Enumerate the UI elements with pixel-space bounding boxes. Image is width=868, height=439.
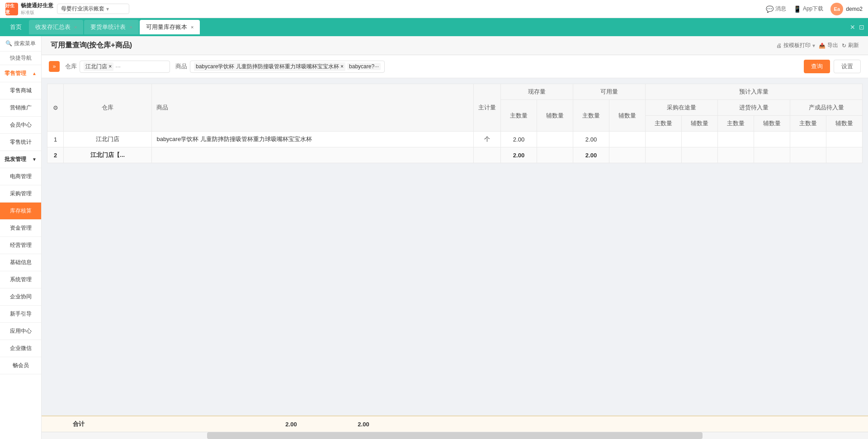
sidebar-item-enterprise-label: 企业协同 [10,293,32,301]
row2-incoming-pending-main [718,147,754,163]
warehouse-filter-label: 仓库 [65,62,77,71]
horizontal-scrollbar[interactable] [42,432,868,439]
sidebar-item-enterprise-wechat[interactable]: 企业微信 [0,340,41,357]
row2-purchase-transit-aux [682,147,718,163]
tab-available-label: 可用量库存账本 [146,23,187,31]
close-window-icon[interactable]: ✕ [850,24,855,31]
sidebar-item-wholesale-mgmt[interactable]: 批发管理 ▼ [0,151,41,168]
logo-icon: 好生意 [5,3,18,15]
tab-order-stats[interactable]: 要货单统计表 × [84,20,138,34]
row1-unit: 个 [474,132,501,147]
row1-production-pending-aux [826,132,863,147]
th-main-unit: 主计量 [474,84,501,132]
th-incoming-pending-aux: 辅数量 [754,116,790,132]
app-download-label: App下载 [803,5,823,13]
th-purchase-transit: 采购在途量 [646,100,718,116]
main-layout: 🔍 搜索菜单 快捷导航 零售管理 ▲ 零售商城 营销推广 会员中心 零售统计 批… [0,36,868,439]
sidebar-search[interactable]: 🔍 搜索菜单 [0,36,41,52]
avatar: Ea [830,3,843,15]
app-download-btn[interactable]: 📱 App下载 [793,5,823,13]
tab-home[interactable]: 首页 [4,20,28,34]
sidebar-item-member[interactable]: 畅会员 [0,357,41,374]
warehouse-filter-tags[interactable]: 江北门店 × ··· [80,61,170,73]
tab-home-label: 首页 [10,23,22,31]
sidebar-item-finance-label: 资金管理 [10,224,32,232]
th-available-aux: 辅数量 [609,100,646,132]
query-btn[interactable]: 查询 [804,60,830,73]
filter-actions: 查询 设置 [804,60,861,73]
row1-goods: babycare学饮杯 儿童防摔防撞吸管杯重力球吸嘴杯宝宝水杯 [152,132,474,147]
sidebar-item-operation-mgmt[interactable]: 经营管理 [0,237,41,254]
setting-btn[interactable]: 设置 [834,60,861,73]
sidebar-item-basic-info[interactable]: 基础信息 [0,254,41,271]
sidebar-item-new-guide[interactable]: 新手引导 [0,306,41,323]
goods-filter-group: 商品 babycare学饮杯 儿童防摔防撞吸管杯重力球吸嘴杯宝宝水杯 × bab… [175,61,385,73]
sidebar-item-retail-mgmt[interactable]: 零售管理 ▲ [0,65,41,82]
message-btn[interactable]: 💬 消息 [766,5,786,13]
tab-receivable-summary[interactable]: 收发存汇总表 × [29,20,83,34]
tab-receivable-close[interactable]: × [74,24,77,30]
sidebar-item-purchase-mgmt[interactable]: 采购管理 [0,185,41,203]
goods-filter-tags[interactable]: babycare学饮杯 儿童防摔防撞吸管杯重力球吸嘴杯宝宝水杯 × babyca… [190,61,385,73]
sidebar-item-app-center[interactable]: 应用中心 [0,323,41,340]
tab-order-label: 要货单统计表 [90,23,126,31]
quick-nav-label: 快捷导航 [10,55,32,61]
sidebar-item-retail-mgmt-label: 零售管理 [5,70,26,77]
th-purchase-transit-main: 主数量 [646,116,682,132]
chevron-down-icon: ▾ [106,6,109,12]
sidebar-item-ecommerce-mgmt[interactable]: 电商管理 [0,168,41,185]
warehouse-more-dots[interactable]: ··· [115,63,121,70]
logo-area: 好生意 畅捷通好生意 标准版 [5,2,53,16]
sidebar-item-retail-stats[interactable]: 零售统计 [0,134,41,151]
gear-icon[interactable] [53,104,58,111]
sidebar-item-retail-stats-label: 零售统计 [10,138,32,146]
maximize-window-icon[interactable]: ⊡ [859,24,864,31]
goods-filter-label: 商品 [175,62,187,71]
th-settings [47,84,64,132]
window-controls: ✕ ⊡ [850,24,864,31]
sidebar-item-inventory-mgmt[interactable]: 库存核算 [0,203,41,220]
sidebar-item-finance-mgmt[interactable]: 资金管理 [0,220,41,237]
top-bar-left: 好生意 畅捷通好生意 标准版 母婴行业演示账套 ▾ [5,2,129,16]
chevron-down-icon-print: ▾ [812,42,815,49]
th-incoming-pending-main: 主数量 [718,116,754,132]
top-bar: 好生意 畅捷通好生意 标准版 母婴行业演示账套 ▾ 💬 消息 📱 App下载 E… [0,0,868,18]
row1-num: 1 [47,132,64,147]
sidebar-item-member-center-label: 会员中心 [10,121,32,129]
goods-tag-babycare2: babycare?··· [347,63,381,70]
user-area[interactable]: Ea demo2 [830,3,863,15]
sidebar-item-system-mgmt[interactable]: 系统管理 [0,271,41,288]
sidebar-item-enterprise-collab[interactable]: 企业协同 [0,288,41,306]
top-bar-right: 💬 消息 📱 App下载 Ea demo2 [766,3,863,15]
export-icon: 📤 [819,42,826,49]
th-production-pending-aux: 辅数量 [826,116,863,132]
warehouse-tag-text: 江北门店 × [85,63,112,71]
export-btn[interactable]: 📤 导出 [819,42,838,49]
sidebar-item-system-label: 系统管理 [10,276,32,283]
warehouse-filter-group: 仓库 江北门店 × ··· [65,61,170,73]
tab-order-close[interactable]: × [129,24,132,30]
tab-available-close[interactable]: × [191,24,193,30]
row2-goods [152,147,474,163]
sidebar-item-member-label: 畅会员 [13,362,29,369]
footer-available-main: 2.00 [345,421,382,428]
sidebar-item-marketing[interactable]: 营销推广 [0,99,41,117]
filter-bar: » 仓库 江北门店 × ··· 商品 babycare学饮杯 儿童防摔防撞吸管杯… [42,55,868,78]
refresh-btn[interactable]: ↻ 刷新 [842,42,859,49]
sidebar-item-retail-mall[interactable]: 零售商城 [0,82,41,99]
warehouse-tag-jianghei: 江北门店 × [84,62,113,71]
tab-available-inventory[interactable]: 可用量库存账本 × [140,20,200,34]
filter-expand-btn[interactable]: » [49,61,60,72]
footer-stock-main: 2.00 [273,421,309,428]
row2-stock-main: 2.00 [501,147,537,163]
table-row: 1 江北门店 babycare学饮杯 儿童防摔防撞吸管杯重力球吸嘴杯宝宝水杯 个… [47,132,863,147]
sidebar-item-member-center[interactable]: 会员中心 [0,117,41,134]
th-current-stock: 现存量 [501,84,573,100]
industry-selector[interactable]: 母婴行业演示账套 ▾ [57,4,129,14]
sidebar-item-new-guide-label: 新手引导 [10,310,32,318]
export-label: 导出 [827,42,838,49]
template-print-btn[interactable]: 🖨 按模板打印 ▾ [776,42,815,49]
sidebar-quick-nav[interactable]: 快捷导航 [0,52,41,65]
data-table: 仓库 商品 主计量 现存量 可用量 预计入库量 主数量 辅数量 主数量 辅数量 … [47,84,863,163]
sidebar-item-inventory-label: 库存核算 [10,207,32,215]
